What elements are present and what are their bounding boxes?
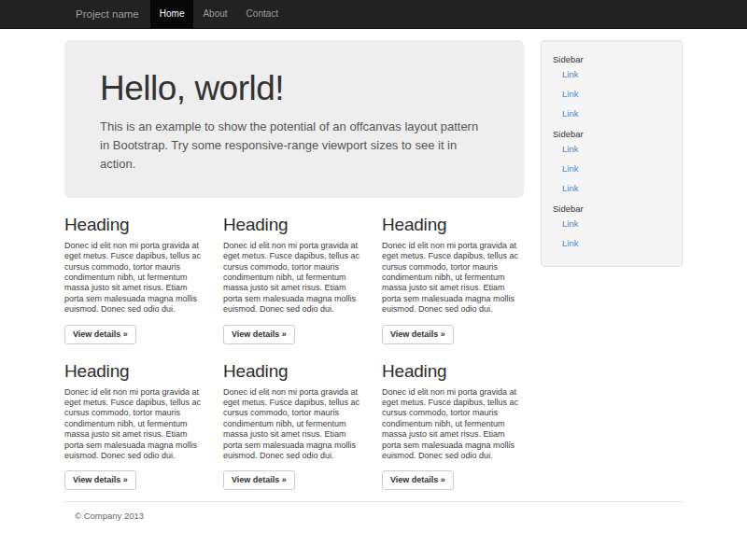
sidebar-group: Sidebar Link Link Link — [553, 129, 670, 198]
jumbotron: Hello, world! This is an example to show… — [64, 40, 524, 198]
footer-divider — [64, 501, 683, 502]
sidebar-link[interactable]: Link — [553, 139, 670, 159]
content-card: Heading Donec id elit non mi porta gravi… — [56, 344, 215, 491]
card-text: Donec id elit non mi porta gravida at eg… — [223, 387, 365, 462]
footer: © Company 2013 — [56, 511, 691, 521]
navbar-container: Project name Home About Contact — [56, 0, 691, 28]
nav-item-home[interactable]: Home — [150, 0, 194, 28]
card-heading: Heading — [64, 361, 206, 381]
sidebar-group: Sidebar Link Link — [553, 203, 670, 253]
card-text: Donec id elit non mi porta gravida at eg… — [64, 387, 206, 462]
navbar-brand[interactable]: Project name — [64, 0, 150, 28]
sidebar-link[interactable]: Link — [553, 104, 670, 123]
copyright: © Company 2013 — [75, 511, 691, 521]
card-text: Donec id elit non mi porta gravida at eg… — [382, 387, 524, 462]
content-card: Heading Donec id elit non mi porta gravi… — [215, 344, 374, 491]
content-card: Heading Donec id elit non mi porta gravi… — [374, 344, 532, 491]
card-heading: Heading — [223, 215, 365, 234]
nav-item-about[interactable]: About — [193, 0, 236, 28]
view-details-button[interactable]: View details » — [382, 325, 454, 344]
card-text: Donec id elit non mi porta gravida at eg… — [382, 241, 524, 315]
navbar: Project name Home About Contact — [0, 0, 747, 29]
sidebar-link[interactable]: Link — [553, 178, 670, 198]
content-card: Heading Donec id elit non mi porta gravi… — [374, 198, 532, 344]
sidebar-well: Sidebar Link Link Link Sidebar Link Link… — [541, 40, 683, 267]
view-details-button[interactable]: View details » — [223, 470, 295, 490]
content-card: Heading Donec id elit non mi porta gravi… — [215, 198, 374, 344]
sidebar-group: Sidebar Link Link Link — [553, 54, 670, 123]
sidebar-link[interactable]: Link — [553, 159, 670, 178]
sidebar-link[interactable]: Link — [553, 233, 670, 253]
sidebar-link[interactable]: Link — [553, 64, 670, 84]
jumbotron-title: Hello, world! — [100, 70, 488, 108]
page-container: Hello, world! This is an example to show… — [56, 29, 691, 521]
main-content: Hello, world! This is an example to show… — [56, 29, 532, 490]
view-details-button[interactable]: View details » — [64, 325, 136, 344]
card-row-1: Heading Donec id elit non mi porta gravi… — [56, 198, 532, 344]
card-text: Donec id elit non mi porta gravida at eg… — [64, 241, 206, 315]
sidebar: Sidebar Link Link Link Sidebar Link Link… — [532, 29, 691, 267]
card-heading: Heading — [223, 361, 365, 381]
sidebar-group-title: Sidebar — [553, 54, 670, 64]
sidebar-group-title: Sidebar — [553, 203, 670, 214]
view-details-button[interactable]: View details » — [382, 470, 454, 490]
card-heading: Heading — [64, 215, 206, 234]
jumbotron-description: This is an example to show the potential… — [100, 118, 488, 174]
content-card: Heading Donec id elit non mi porta gravi… — [56, 198, 215, 344]
nav-item-contact[interactable]: Contact — [237, 0, 288, 28]
navbar-menu: Home About Contact — [150, 0, 288, 28]
sidebar-group-title: Sidebar — [553, 129, 670, 139]
card-heading: Heading — [382, 215, 524, 234]
card-heading: Heading — [382, 361, 524, 381]
card-text: Donec id elit non mi porta gravida at eg… — [223, 241, 365, 315]
view-details-button[interactable]: View details » — [64, 470, 136, 490]
sidebar-link[interactable]: Link — [553, 214, 670, 233]
sidebar-link[interactable]: Link — [553, 84, 670, 104]
view-details-button[interactable]: View details » — [223, 325, 295, 344]
card-row-2: Heading Donec id elit non mi porta gravi… — [56, 344, 532, 491]
